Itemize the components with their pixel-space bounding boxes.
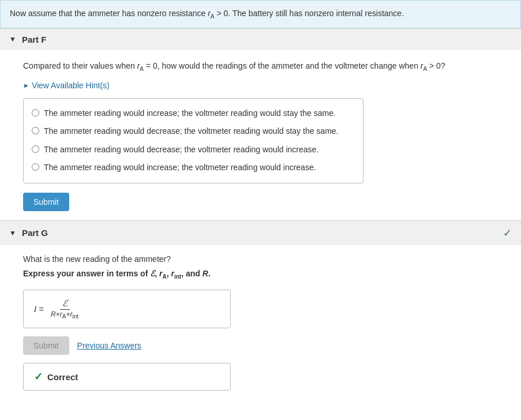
hint-arrow-icon: ► xyxy=(23,82,29,89)
part-f-arrow: ▼ xyxy=(9,35,16,43)
formula-prefix: I = xyxy=(34,304,44,314)
info-box: Now assume that the ammeter has nonzero … xyxy=(0,0,521,28)
hint-label: View Available Hint(s) xyxy=(32,81,110,90)
choice-item-4: The ammeter reading would increase; the … xyxy=(32,159,355,177)
view-hints-link[interactable]: ► View Available Hint(s) xyxy=(23,81,498,90)
choice-radio-1[interactable] xyxy=(32,109,39,117)
correct-box: ✓ Correct xyxy=(23,363,231,391)
choice-item-1: The ammeter reading would increase; the … xyxy=(32,104,355,123)
choice-item-2: The ammeter reading would decrease; the … xyxy=(32,122,355,141)
part-f-label: Part F xyxy=(22,35,47,44)
formula-fraction: ℰ R+rA+rint xyxy=(48,298,81,320)
action-row: Submit Previous Answers xyxy=(23,336,498,355)
part-g-check-icon: ✓ xyxy=(503,227,512,239)
choice-radio-2[interactable] xyxy=(32,127,39,134)
part-g-express: Express your answer in terms of ℰ, rA, r… xyxy=(23,267,498,282)
part-g-submit-button: Submit xyxy=(23,336,69,355)
correct-label: Correct xyxy=(47,372,78,382)
part-f-section: ▼ Part F Compared to their values when r… xyxy=(0,28,521,220)
part-f-body: Compared to their values when rA = 0, ho… xyxy=(0,50,521,220)
part-f-question: Compared to their values when rA = 0, ho… xyxy=(23,59,498,74)
choices-box: The ammeter reading would increase; the … xyxy=(23,98,363,183)
part-g-body: What is the new reading of the ammeter? … xyxy=(0,245,521,400)
formula-numerator: ℰ xyxy=(60,298,70,310)
part-g-question: What is the new reading of the ammeter? xyxy=(23,254,498,264)
formula-denominator: R+rA+rint xyxy=(48,310,81,320)
choice-radio-3[interactable] xyxy=(32,145,39,153)
choice-label-1: The ammeter reading would increase; the … xyxy=(44,108,336,119)
part-g-header[interactable]: ▼ Part G ✓ xyxy=(0,221,521,245)
choice-label-4: The ammeter reading would increase; the … xyxy=(44,162,316,174)
choice-label-3: The ammeter reading would decrease; the … xyxy=(44,144,318,156)
part-f-header[interactable]: ▼ Part F xyxy=(0,29,521,50)
part-g-arrow: ▼ xyxy=(9,229,16,237)
part-g-label: Part G xyxy=(22,228,48,238)
choice-item-3: The ammeter reading would decrease; the … xyxy=(32,141,355,159)
formula-box: I = ℰ R+rA+rint xyxy=(23,290,231,328)
formula-content: I = ℰ R+rA+rint xyxy=(34,298,220,320)
previous-answers-link[interactable]: Previous Answers xyxy=(77,341,141,350)
correct-check-icon: ✓ xyxy=(34,370,43,383)
part-g-section: ▼ Part G ✓ What is the new reading of th… xyxy=(0,220,521,400)
choice-radio-4[interactable] xyxy=(32,163,39,171)
choice-label-2: The ammeter reading would decrease; the … xyxy=(44,126,339,137)
part-f-submit-button[interactable]: Submit xyxy=(23,193,69,211)
